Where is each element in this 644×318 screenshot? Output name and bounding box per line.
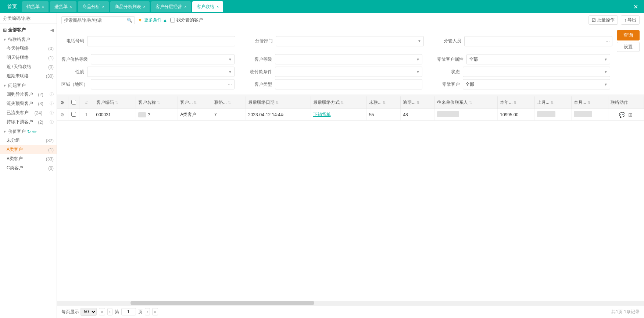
nature-input[interactable]: ▼ bbox=[87, 67, 235, 77]
name-column-header[interactable]: 客户名称 ⇅ bbox=[136, 96, 178, 109]
gear-column-header[interactable]: ⚙ bbox=[57, 96, 68, 109]
row-checkbox[interactable] bbox=[71, 112, 76, 117]
payment-input[interactable]: ▼ bbox=[275, 67, 422, 77]
sidebar-group-pending[interactable]: ▼ 待联络客户 bbox=[0, 35, 57, 44]
more-action-icon[interactable]: ⊞ bbox=[628, 112, 633, 118]
page-number-input[interactable] bbox=[121, 308, 136, 315]
nav-tab-customer-segmentation[interactable]: 客户分层经营 × bbox=[151, 1, 191, 12]
name-blur: Ea bbox=[138, 112, 146, 117]
customer-level-input[interactable]: ▼ bbox=[275, 54, 422, 64]
info-icon-3: ⓘ bbox=[50, 110, 54, 116]
sidebar-item-churned[interactable]: 已流失客户 (24) ⓘ bbox=[0, 108, 57, 117]
person-input[interactable]: ··· bbox=[464, 36, 612, 46]
sidebar-item-declining[interactable]: 持续下滑客户 (2) ⓘ bbox=[0, 117, 57, 127]
settings-button[interactable]: 设置 bbox=[617, 42, 640, 52]
phone-input[interactable] bbox=[87, 36, 235, 46]
customer-level-arrow: ▼ bbox=[416, 57, 420, 61]
retail-attr-arrow: ▼ bbox=[604, 57, 608, 61]
sidebar-collapse-icon[interactable]: ◀ bbox=[50, 28, 54, 33]
edit-icon[interactable]: ✏ bbox=[32, 129, 37, 135]
last-date-sort-icon: ⇅ bbox=[276, 100, 279, 105]
close-customer-contact-tab[interactable]: × bbox=[217, 5, 219, 9]
last-method-column-header[interactable]: 最后联络方式 ⇅ bbox=[311, 96, 367, 109]
price-level-arrow: ▼ bbox=[228, 57, 232, 61]
sidebar-item-today-pending[interactable]: 今天待联络 (0) bbox=[0, 44, 57, 53]
sidebar-item-tomorrow-pending[interactable]: 明天待联络 (1) bbox=[0, 53, 57, 62]
sidebar-item-7days-pending[interactable]: 近7天待联络 (0) bbox=[0, 62, 57, 71]
code-column-header[interactable]: 客户编码 ⇅ bbox=[94, 96, 136, 109]
bottom-bar: 每页显示 50 « ‹ 第 页 › » 共1页 1条记录 bbox=[57, 305, 644, 318]
select-all-checkbox[interactable] bbox=[71, 100, 76, 105]
contact-column-header[interactable]: 联络... ⇅ bbox=[212, 96, 246, 109]
contact2-sort-icon: ⇅ bbox=[469, 100, 472, 105]
this-year-column-header[interactable]: 本年... ⇅ bbox=[498, 96, 534, 109]
close-customer-seg-tab[interactable]: × bbox=[184, 5, 186, 9]
my-customers-toggle[interactable]: 我分管的客户 bbox=[170, 17, 203, 23]
last-page-button[interactable]: » bbox=[152, 308, 158, 315]
sidebar-item-churn-warning[interactable]: 流失预警客户 (3) ⓘ bbox=[0, 99, 57, 108]
per-page-select[interactable]: 50 bbox=[80, 308, 97, 316]
this-month-column-header[interactable]: 本月... ⇅ bbox=[571, 96, 608, 109]
type-column-header[interactable]: 客户... ⇅ bbox=[178, 96, 212, 109]
prev-page-button[interactable]: ‹ bbox=[107, 308, 112, 315]
price-level-input[interactable]: ▼ bbox=[91, 54, 235, 64]
row-last-date: 2023-04-12 14:44: bbox=[246, 109, 311, 121]
retail-customer-input[interactable]: 全部 ▼ bbox=[463, 79, 610, 89]
sidebar-search-input[interactable] bbox=[3, 16, 57, 21]
next-page-button[interactable]: › bbox=[145, 308, 150, 315]
row-this-year: 10995.00 bbox=[498, 109, 534, 121]
all-customers-header[interactable]: ⊞ 全部客户 ◀ bbox=[0, 24, 57, 35]
nav-tab-customer-contact[interactable]: 客户联络 × bbox=[192, 1, 223, 12]
close-purchase-tab[interactable]: × bbox=[70, 5, 72, 9]
person-dots: ··· bbox=[605, 38, 610, 44]
code-sort-icon: ⇅ bbox=[115, 100, 118, 105]
sidebar-item-unclassified[interactable]: 未分组 (32) bbox=[0, 136, 57, 145]
home-tab[interactable]: 首页 bbox=[3, 0, 21, 13]
checkbox-column-header[interactable] bbox=[68, 96, 79, 109]
window-close-button[interactable]: ✕ bbox=[630, 3, 641, 10]
query-button[interactable]: 查询 bbox=[617, 30, 640, 40]
row-gear[interactable]: ⚙ bbox=[57, 109, 68, 121]
filter-bar: 🔍 ▼ 更多条件 ▲ 我分管的客户 ☑ 批量操作 ↑ 导出 bbox=[57, 13, 644, 27]
dept-input[interactable]: ▼ bbox=[276, 36, 424, 46]
row-last-method[interactable]: 下销货单 bbox=[311, 109, 367, 121]
contact2-column-header[interactable]: 往来单位联系人 ⇅ bbox=[434, 96, 498, 109]
table-body: ⚙ 1 000031 Ea ? A类客户 7 2023-04-12 14:44: bbox=[57, 109, 644, 121]
last-date-column-header[interactable]: 最后联络日期 ⇅ bbox=[246, 96, 311, 109]
data-table: ⚙ # 客户编码 ⇅ 客户名称 bbox=[57, 96, 644, 121]
area-input[interactable]: ··· bbox=[91, 79, 235, 89]
sidebar-item-c-customers[interactable]: C类客户 (6) bbox=[0, 163, 57, 173]
filter-field-price-level: 客户价格等级 ▼ bbox=[61, 54, 235, 64]
row-checkbox-cell bbox=[68, 109, 79, 121]
filter-search-input[interactable] bbox=[64, 18, 127, 23]
scrollbar-thumb[interactable] bbox=[130, 301, 314, 305]
overdue-column-header[interactable]: 逾期... ⇅ bbox=[401, 96, 434, 109]
refresh-icon[interactable]: ↻ bbox=[27, 129, 31, 134]
sidebar-item-overdue-contact[interactable]: 逾期未联络 (30) bbox=[0, 71, 57, 81]
my-customers-checkbox[interactable] bbox=[170, 18, 175, 22]
message-action-icon[interactable]: 💬 bbox=[619, 112, 625, 118]
close-sales-tab[interactable]: × bbox=[42, 5, 44, 9]
horizontal-scrollbar[interactable] bbox=[57, 301, 644, 305]
status-input[interactable]: ▼ bbox=[463, 67, 610, 77]
retail-attr-input[interactable]: 全部 ▼ bbox=[466, 54, 610, 64]
export-button[interactable]: ↑ 导出 bbox=[621, 15, 640, 25]
sidebar-group-problem[interactable]: ▼ 问题客户 bbox=[0, 81, 57, 90]
last-month-column-header[interactable]: 上月... ⇅ bbox=[534, 96, 571, 109]
sidebar-group-value[interactable]: ▼ 价值客户 ↻ ✏ bbox=[0, 127, 57, 136]
nav-tab-analysis[interactable]: 商品分析 × bbox=[78, 1, 109, 12]
first-page-button[interactable]: « bbox=[99, 308, 105, 315]
sidebar-item-abnormal[interactable]: 回购异常客户 (2) ⓘ bbox=[0, 90, 57, 99]
nav-tab-sales[interactable]: 销货单 × bbox=[22, 1, 49, 12]
more-conditions-button[interactable]: ▼ 更多条件 ▲ bbox=[138, 17, 167, 23]
nav-tab-purchase[interactable]: 进货单 × bbox=[50, 1, 76, 12]
sidebar-item-a-customers[interactable]: A类客户 (1) bbox=[0, 145, 57, 154]
customer-type-input[interactable] bbox=[275, 79, 422, 89]
row-this-month bbox=[571, 109, 608, 121]
sidebar-item-b-customers[interactable]: B类客户 (33) bbox=[0, 154, 57, 163]
not-contact-column-header[interactable]: 未联... ⇅ bbox=[367, 96, 401, 109]
close-analysis-tab[interactable]: × bbox=[102, 5, 104, 9]
batch-ops-button[interactable]: ☑ 批量操作 bbox=[588, 15, 618, 25]
nav-tab-analysis-list[interactable]: 商品分析列表 × bbox=[110, 1, 150, 12]
close-analysis-list-tab[interactable]: × bbox=[143, 5, 146, 9]
